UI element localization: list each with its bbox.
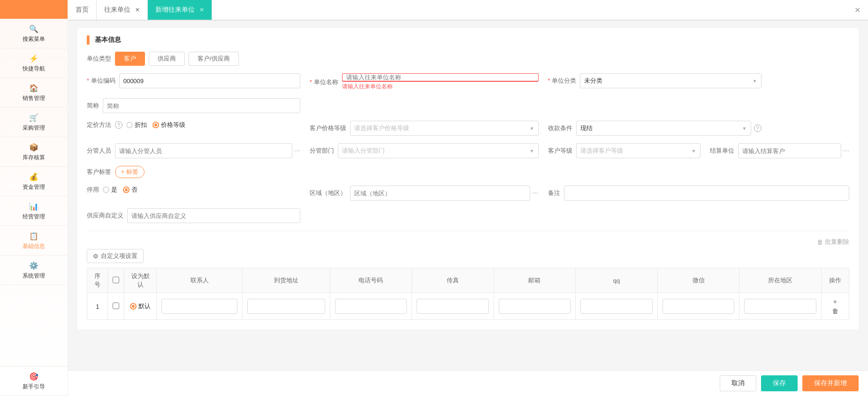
unit-name-input[interactable] (342, 73, 539, 82)
disabled-radio-yes-circle (103, 186, 109, 193)
manager-row: 分管人员 ··· 分管部门 请输入分管部门 ▼ 客户等级 (87, 143, 849, 158)
pricing-radio-group: 折扣 价格等级 (126, 121, 185, 129)
sidebar-item-system[interactable]: ⚙️ 系统管理 (0, 256, 68, 285)
row-fax-input[interactable] (417, 299, 489, 314)
row-wechat-input[interactable] (662, 299, 735, 314)
unit-code-name-row: 单位编码 单位名称 请输入往来单位名称 单位分类 未分类 ▼ (87, 73, 849, 91)
payment-terms-select[interactable]: 现结 ▼ (576, 121, 751, 136)
pricing-radio-discount[interactable]: 折扣 (126, 121, 147, 129)
customer-level-chevron: ▼ (692, 148, 696, 154)
sidebar-item-business-label: 经营管理 (23, 213, 45, 221)
tabs-bar: 首页 往来单位 ✕ 新增往来单位 ✕ ✕ (68, 0, 868, 21)
batch-delete-btn[interactable]: 🗑 批量删除 (87, 238, 849, 246)
tab-new-partner-close[interactable]: ✕ (199, 7, 204, 13)
sidebar-item-business[interactable]: 📊 经营管理 (0, 196, 68, 226)
settlement-input[interactable] (738, 143, 841, 158)
col-qq: qq (576, 268, 658, 293)
manager-suffix-dots[interactable]: ··· (294, 147, 300, 155)
unit-name-label: 单位名称 (310, 78, 338, 86)
department-placeholder: 请输入分管部门 (342, 147, 385, 155)
tab-partners-close[interactable]: ✕ (135, 7, 140, 13)
contacts-table: 序号 设为默认 联系人 到货地址 电话号码 传真 邮箱 qq 微信 所在地区 操… (87, 268, 849, 320)
cancel-button[interactable]: 取消 (720, 375, 756, 391)
payment-terms-help-icon[interactable]: ? (754, 124, 761, 132)
short-name-input[interactable] (103, 98, 300, 113)
unit-code-input[interactable] (119, 73, 300, 88)
manager-input[interactable] (115, 143, 292, 158)
customer-level-select[interactable]: 请选择客户等级 ▼ (576, 143, 700, 158)
content-area: ▌ 基本信息 单位类型 客户 供应商 客户/供应商 单位编码 (68, 21, 868, 370)
type-btn-supplier[interactable]: 供应商 (149, 52, 185, 66)
short-name-label: 简称 (87, 101, 99, 110)
disabled-field: 停用 是 否 (87, 186, 300, 194)
tab-partners[interactable]: 往来单位 ✕ (97, 0, 148, 20)
unit-category-select[interactable]: 未分类 ▼ (580, 73, 761, 88)
sidebar-item-search[interactable]: 🔍 搜索菜单 (0, 19, 68, 48)
row-qq-cell (576, 293, 658, 320)
col-checkbox (108, 268, 124, 293)
sidebar-item-inventory[interactable]: 📦 库存核算 (0, 137, 68, 167)
customer-price-select[interactable]: 请选择客户价格等级 ▼ (350, 121, 539, 136)
supplier-custom-input[interactable] (127, 208, 300, 223)
sidebar-item-purchase[interactable]: 🛒 采购管理 (0, 108, 68, 137)
pricing-help-icon[interactable]: ? (115, 121, 122, 129)
sidebar-item-system-label: 系统管理 (23, 272, 45, 280)
settlement-input-wrapper: ··· (738, 143, 850, 158)
purchase-icon: 🛒 (29, 112, 39, 123)
row-delete-button[interactable]: 🗑 (830, 306, 840, 316)
sidebar-item-finance[interactable]: 💰 资金管理 (0, 167, 68, 196)
sidebar-logo (0, 0, 68, 19)
sidebar-item-newbie-label: 新手引导 (23, 383, 45, 391)
row-contact-input[interactable] (161, 299, 237, 314)
department-chevron: ▼ (530, 148, 534, 154)
section-title: ▌ 基本信息 (87, 36, 849, 44)
type-btn-customer[interactable]: 客户 (115, 52, 145, 66)
row-region-input[interactable] (744, 299, 816, 314)
sidebar-item-sales[interactable]: 🏠 销售管理 (0, 78, 68, 108)
disabled-radio-yes[interactable]: 是 (103, 186, 117, 194)
region-suffix-dots[interactable]: ··· (532, 189, 538, 197)
basic-icon: 📋 (29, 231, 39, 241)
business-icon: 📊 (29, 201, 39, 211)
save-and-add-button[interactable]: 保存并新增 (802, 375, 859, 391)
row-default-radio[interactable]: 默认 (129, 302, 152, 311)
unit-code-label: 单位编码 (87, 77, 115, 85)
department-select[interactable]: 请输入分管部门 ▼ (338, 143, 539, 158)
table-select-all[interactable] (113, 277, 119, 283)
window-close-button[interactable]: ✕ (847, 6, 868, 15)
tab-home[interactable]: 首页 (68, 0, 97, 20)
pricing-radio-discount-circle (126, 122, 133, 128)
region-input-wrapper: ··· (350, 186, 539, 201)
sidebar-item-newbie[interactable]: 🎯 新手引导 (0, 366, 68, 396)
pricing-radio-level-circle (152, 122, 159, 128)
customer-level-field: 客户等级 请选择客户等级 ▼ (548, 143, 700, 158)
type-btn-both[interactable]: 客户/供应商 (189, 52, 239, 66)
row-action-cell: + 🗑 (821, 293, 849, 320)
pricing-radio-level[interactable]: 价格等级 (152, 121, 185, 129)
region-input[interactable] (350, 186, 530, 201)
sidebar-item-basic-label: 基础信息 (23, 242, 45, 250)
section-title-text: 基本信息 (95, 36, 121, 44)
row-phone-input[interactable] (335, 299, 407, 314)
basic-info-card: ▌ 基本信息 单位类型 客户 供应商 客户/供应商 单位编码 (77, 28, 859, 329)
row-contact-cell (157, 293, 243, 320)
unit-type-field: 单位类型 客户 供应商 客户/供应商 (87, 52, 849, 66)
section-icon: ▌ (87, 36, 92, 44)
row-email-input[interactable] (499, 299, 571, 314)
sidebar-item-quicknav[interactable]: ⚡ 快捷导航 (0, 48, 68, 78)
sidebar-item-basic[interactable]: 📋 基础信息 (0, 226, 68, 256)
row-address-input[interactable] (247, 299, 325, 314)
tab-new-partner[interactable]: 新增往来单位 ✕ (148, 0, 212, 20)
disabled-radio-no[interactable]: 否 (123, 186, 137, 194)
customer-price-placeholder: 请选择客户价格等级 (354, 124, 409, 132)
tab-home-label: 首页 (76, 6, 89, 14)
custom-settings-button[interactable]: ⚙ 自定义项设置 (87, 249, 144, 263)
settlement-suffix-dots[interactable]: ··· (843, 147, 849, 155)
row-add-button[interactable]: + (831, 297, 839, 306)
remarks-input[interactable] (564, 186, 850, 201)
row-checkbox[interactable] (113, 303, 119, 309)
row-seq: 1 (87, 293, 108, 320)
add-tag-button[interactable]: + 标签 (115, 166, 145, 178)
save-button[interactable]: 保存 (761, 375, 798, 391)
row-qq-input[interactable] (580, 299, 653, 314)
